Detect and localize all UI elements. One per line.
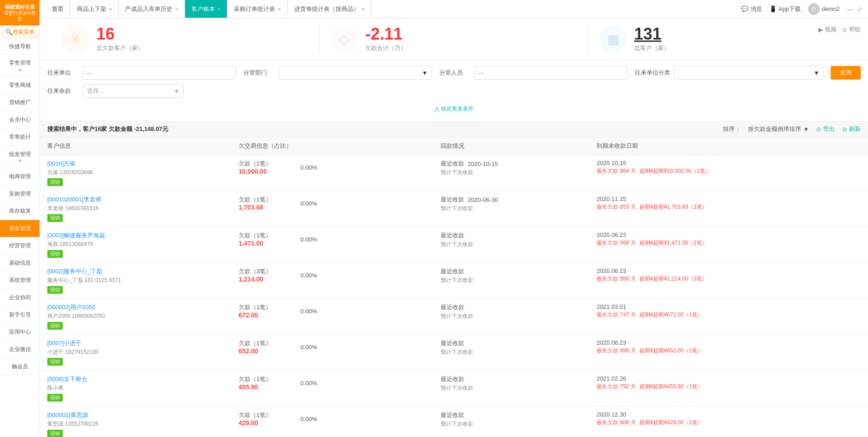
next-pay-label: 预计下次收款 xyxy=(441,348,582,356)
overdue-amount-link[interactable]: 超期¥超期¥672.00（1笔） xyxy=(639,311,703,318)
close-icon[interactable]: × xyxy=(175,6,178,12)
sidebar-quick-nav[interactable]: 快捷导航 xyxy=(0,39,40,55)
overdue-info[interactable]: 最长欠款 750 天 超期¥超期¥455.90（1笔） xyxy=(597,383,861,391)
overdue-info[interactable]: 最长欠款 808 天 超期¥超期¥429.00（1笔） xyxy=(597,419,861,427)
sidebar-item-retail-stats[interactable]: 零售统计 xyxy=(0,129,40,146)
overdue-info[interactable]: 最长欠款 853 天 超期¥超期¥1,703.68（1笔） xyxy=(597,203,861,211)
maximize-icon[interactable]: ⤢ xyxy=(857,5,863,13)
last-pay-label: 最近收款 xyxy=(441,303,464,311)
overdue-amount-link[interactable]: 超期¥超期¥652.00（1笔） xyxy=(639,347,703,354)
customer-name-link[interactable]: [0003]畅捷服务尹海蕊 xyxy=(47,231,224,240)
next-pay-label: 预计下次收款 xyxy=(441,241,582,248)
sidebar-item-wechat[interactable]: 企业微信 xyxy=(0,341,40,358)
sidebar-item-ecommerce[interactable]: 电商管理 xyxy=(0,168,40,186)
sidebar-item-retail-store[interactable]: 零售商城 xyxy=(0,77,40,94)
close-icon[interactable]: × xyxy=(362,6,365,12)
topbar-right: 💬 消息 📱 App下载 D demo2 — ⤢ xyxy=(741,3,863,15)
message-btn[interactable]: 💬 消息 xyxy=(741,5,762,13)
expire-date: 2020.06.23 xyxy=(597,231,861,238)
tab-label: 进货单统计表（按商品） xyxy=(294,5,359,13)
sidebar-item-label: 经营管理 xyxy=(9,242,31,250)
filter-balance-select[interactable]: 选择... ▼ xyxy=(83,84,184,98)
window-controls: — ⤢ xyxy=(847,5,863,13)
debt-cell: 欠款（1笔） 429.00 0.00% xyxy=(239,411,426,427)
tab-purchase-order[interactable]: 采购订单统计表 × xyxy=(227,0,287,18)
help-btn[interactable]: ⊙ 帮助 xyxy=(842,25,861,34)
sidebar-item-inventory[interactable]: 库存核算 xyxy=(0,203,40,220)
user-menu[interactable]: D demo2 xyxy=(808,3,840,15)
sidebar-item-operations[interactable]: 经营管理 xyxy=(0,237,40,255)
overdue-info[interactable]: 最长欠款 998 天 超期¥超期¥1,214.00（3笔） xyxy=(597,275,861,283)
customer-name-link[interactable]: [0002]服务中心_丁磊 xyxy=(47,267,224,276)
customer-name-link[interactable]: [0016]吕俊 xyxy=(47,160,224,168)
sidebar-item-wholesale[interactable]: 批发管理 ▼ xyxy=(0,146,40,168)
filter-partner-input[interactable]: ··· xyxy=(83,66,236,80)
overdue-amount-link[interactable]: 超期¥超期¥1,214.00（3笔） xyxy=(639,276,708,282)
customer-name-link[interactable]: [0007]小进千 xyxy=(47,339,224,347)
filter-area: 往来单位 ··· 分管部门 ▼ 分管人员 ··· 往来单位分类 xyxy=(40,60,868,121)
tab-home[interactable]: 首页 xyxy=(45,0,70,18)
sidebar-item-enterprise[interactable]: 企业协同 xyxy=(0,289,40,306)
customer-contact: 陈小希 xyxy=(47,384,224,392)
sidebar-item-guide[interactable]: 新手引导 xyxy=(0,306,40,324)
app-download-btn[interactable]: 📱 App下载 xyxy=(769,5,801,13)
customer-name-link[interactable]: [0006]去下粮仓 xyxy=(47,375,224,383)
sidebar-search[interactable]: 🔍 搜索菜单 xyxy=(0,25,40,39)
customer-name-link[interactable]: [000002]用户2050 xyxy=(47,303,224,311)
expire-date: 2020.12.30 xyxy=(597,411,861,418)
sidebar-item-label: 企业协同 xyxy=(9,294,31,301)
overdue-info[interactable]: 最长欠款 747 天 超期¥超期¥672.00（1笔） xyxy=(597,311,861,319)
refresh-icon: ⊙ xyxy=(842,126,847,133)
sidebar-item-system[interactable]: 系统管理 xyxy=(0,272,40,289)
close-icon[interactable]: × xyxy=(218,6,221,12)
tab-purchase-product[interactable]: 进货单统计表（按商品） × xyxy=(288,0,371,18)
customer-contact: 小进千 18279152100 xyxy=(47,348,224,356)
close-icon[interactable]: × xyxy=(278,6,281,12)
search-button[interactable]: 查询 xyxy=(831,66,861,80)
recovery-cell: 最近收款 预计下次收款 xyxy=(433,407,590,437)
sidebar-item-marketing[interactable]: 营销推广 xyxy=(0,94,40,111)
sidebar-item-member[interactable]: 会员中心 xyxy=(0,111,40,129)
customer-name-link[interactable]: [000001]黄思源 xyxy=(47,411,224,419)
sidebar-item-finance[interactable]: 资金管理 xyxy=(0,220,40,237)
filter-person-input[interactable]: ··· xyxy=(475,66,628,80)
debt-percent: 0.00% xyxy=(301,380,317,387)
sidebar-item-retail-mgmt[interactable]: 零售管理 ▲ xyxy=(0,55,40,77)
tab-production-history[interactable]: 产成品入库单历史 × xyxy=(119,0,185,18)
overdue-amount-link[interactable]: 超期¥超期¥455.90（1笔） xyxy=(639,383,703,390)
overdue-info[interactable]: 最长欠款 998 天 超期¥超期¥652.00（1笔） xyxy=(597,347,861,355)
filter-dept-input[interactable]: ▼ xyxy=(279,66,432,80)
debt-left: 欠款（1笔） 429.00 xyxy=(239,411,293,427)
tab-product-listing[interactable]: 商品上下架 × xyxy=(70,0,119,18)
tab-customer-ledger[interactable]: 客户账本 × xyxy=(185,0,227,18)
overdue-amount-link[interactable]: 超期¥超期¥10,000.00（1笔） xyxy=(639,168,711,174)
sort-dropdown[interactable]: 按欠款金额倒序排序 ▼ xyxy=(748,125,809,133)
sidebar-item-label: 采购管理 xyxy=(9,190,31,198)
sidebar-item-label: 零售管理 xyxy=(9,59,31,67)
export-button[interactable]: ⊙ 导出 xyxy=(816,125,835,133)
overdue-info[interactable]: 最长欠款 998 天 超期¥超期¥1,471.00（1笔） xyxy=(597,239,861,247)
expire-date-cell: 2020.12.30 最长欠款 808 天 超期¥超期¥429.00（1笔） xyxy=(589,407,868,437)
overdue-info[interactable]: 最长欠款 884 天 超期¥超期¥10,000.00（1笔） xyxy=(597,167,861,175)
sidebar-item-app-center[interactable]: 应用中心 xyxy=(0,324,40,341)
table-body: [0016]吕俊 吕俊 13026203696 现销 欠款（1笔） 10,000… xyxy=(40,155,868,437)
sidebar-item-vip[interactable]: 畅会员 xyxy=(0,358,40,376)
sidebar-item-basic-info[interactable]: 基础信息 xyxy=(0,255,40,272)
video-btn[interactable]: ▶ 视频 xyxy=(818,25,837,34)
debt-count: 欠款（1笔） xyxy=(239,196,293,204)
collapse-filters-btn[interactable]: ⋀ 收起更多条件 xyxy=(47,102,861,116)
filter-category-input[interactable]: ▼ xyxy=(674,66,823,80)
debt-amount: 1,471.00 xyxy=(239,240,293,247)
sidebar-item-label: 会员中心 xyxy=(9,116,31,124)
user-name: demo2 xyxy=(822,5,840,12)
close-icon[interactable]: × xyxy=(109,6,112,12)
overdue-amount-link[interactable]: 超期¥超期¥429.00（1笔） xyxy=(639,419,703,426)
sidebar-item-purchase[interactable]: 采购管理 xyxy=(0,186,40,203)
refresh-button[interactable]: ⊙ 刷新 xyxy=(842,125,861,133)
customer-name-link[interactable]: [0001020001]李老师 xyxy=(47,196,224,204)
debt-left: 欠款（1笔） 455.90 xyxy=(239,375,293,391)
minimize-icon[interactable]: — xyxy=(847,5,853,13)
overdue-amount-link[interactable]: 超期¥超期¥1,471.00（1笔） xyxy=(639,240,708,246)
next-pay-label: 预计下次收款 xyxy=(441,169,582,176)
overdue-amount-link[interactable]: 超期¥超期¥1,703.68（1笔） xyxy=(639,204,708,210)
